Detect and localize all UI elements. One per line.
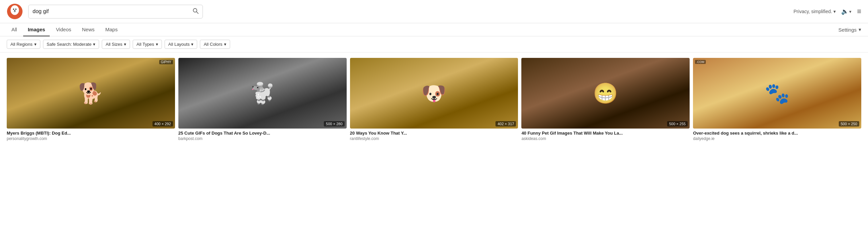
image-source-5: dailyedge.ie	[693, 136, 861, 141]
image-dims-4: 500 × 255	[667, 121, 688, 127]
nav-tabs: All Images Videos News Maps Settings ▾	[0, 23, 868, 36]
settings-button[interactable]: Settings ▾	[838, 23, 861, 36]
filter-regions[interactable]: All Regions ▾	[7, 40, 40, 49]
tab-all[interactable]: All	[7, 23, 22, 36]
filter-safesearch-arrow: ▾	[93, 42, 95, 47]
image-thumb-2: 🐩 500 × 280	[178, 58, 347, 129]
image-dims-5: 500 × 250	[839, 121, 859, 127]
image-title-5: Over-excited dog sees a squirrel, shriek…	[693, 131, 861, 136]
filter-colors[interactable]: All Colors ▾	[200, 40, 230, 49]
search-bar[interactable]: dog gif	[28, 5, 203, 19]
image-thumb-3: 🐶 402 × 317	[350, 58, 518, 129]
speaker-button[interactable]: 🔈 ▾	[841, 8, 851, 15]
search-icon[interactable]	[192, 8, 198, 16]
speaker-arrow: ▾	[849, 9, 851, 14]
logo[interactable]	[7, 3, 23, 20]
filter-bar: All Regions ▾ Safe Search: Moderate ▾ Al…	[0, 36, 868, 53]
image-thumb-1: 🐕 GIPHY 400 × 292	[7, 58, 175, 129]
privacy-text-label: Privacy, simplified.	[794, 9, 832, 14]
privacy-simplified-button[interactable]: Privacy, simplified. ▾	[794, 9, 836, 14]
filter-sizes-arrow: ▾	[124, 42, 126, 47]
tab-maps[interactable]: Maps	[100, 23, 122, 36]
filter-layouts-arrow: ▾	[191, 42, 193, 47]
icom-badge-5: .COM	[695, 60, 706, 64]
image-title-2: 25 Cute GIFs of Dogs That Are So Lovey-D…	[178, 131, 347, 136]
filter-types[interactable]: All Types ▾	[133, 40, 162, 49]
image-source-2: barkpost.com	[178, 136, 347, 141]
tab-images[interactable]: Images	[23, 23, 50, 36]
image-grid: 🐕 GIPHY 400 × 292 Myers Briggs (MBTI): D…	[0, 53, 868, 146]
filter-safesearch[interactable]: Safe Search: Moderate ▾	[43, 40, 99, 49]
settings-label: Settings	[838, 27, 857, 33]
filter-types-label: All Types	[136, 42, 154, 47]
image-card-1[interactable]: 🐕 GIPHY 400 × 292 Myers Briggs (MBTI): D…	[7, 58, 175, 141]
image-title-3: 20 Ways You Know That Y...	[350, 131, 518, 136]
filter-types-arrow: ▾	[156, 42, 158, 47]
filter-colors-arrow: ▾	[224, 42, 226, 47]
filter-layouts-label: All Layouts	[168, 42, 190, 47]
search-input[interactable]: dog gif	[33, 8, 190, 15]
image-title-1: Myers Briggs (MBTI): Dog Ed...	[7, 131, 175, 136]
svg-point-6	[16, 9, 16, 9]
filter-sizes[interactable]: All Sizes ▾	[102, 40, 130, 49]
tab-videos[interactable]: Videos	[51, 23, 76, 36]
filter-sizes-label: All Sizes	[105, 42, 122, 47]
giphy-badge-1: GIPHY	[159, 60, 173, 64]
image-source-1: personalitygrowth.com	[7, 136, 175, 141]
tab-news[interactable]: News	[77, 23, 99, 36]
header: dog gif Privacy, simplified. ▾ 🔈 ▾ ≡	[0, 0, 868, 23]
filter-regions-label: All Regions	[10, 42, 33, 47]
settings-arrow: ▾	[859, 27, 861, 33]
svg-point-5	[13, 9, 14, 9]
svg-point-7	[14, 10, 16, 11]
image-thumb-5: 🐾 .COM 500 × 250	[693, 58, 861, 129]
image-dims-1: 400 × 292	[153, 121, 173, 127]
filter-colors-label: All Colors	[204, 42, 222, 47]
filter-safesearch-label: Safe Search: Moderate	[47, 42, 92, 47]
image-thumb-4: 😁 500 × 255	[521, 58, 690, 129]
image-dims-2: 500 × 280	[324, 121, 344, 127]
image-source-3: rantlifestyle.com	[350, 136, 518, 141]
filter-regions-arrow: ▾	[34, 42, 37, 47]
image-card-5[interactable]: 🐾 .COM 500 × 250 Over-excited dog sees a…	[693, 58, 861, 141]
privacy-dropdown-arrow: ▾	[833, 9, 836, 14]
header-right: Privacy, simplified. ▾ 🔈 ▾ ≡	[794, 7, 861, 16]
image-card-2[interactable]: 🐩 500 × 280 25 Cute GIFs of Dogs That Ar…	[178, 58, 347, 141]
image-card-3[interactable]: 🐶 402 × 317 20 Ways You Know That Y... r…	[350, 58, 518, 141]
hamburger-icon: ≡	[857, 7, 861, 16]
image-title-4: 40 Funny Pet Gif Images That Will Make Y…	[521, 131, 690, 136]
image-source-4: askideas.com	[521, 136, 690, 141]
filter-layouts[interactable]: All Layouts ▾	[164, 40, 197, 49]
svg-line-9	[196, 11, 198, 13]
image-dims-3: 402 × 317	[495, 121, 516, 127]
image-card-4[interactable]: 😁 500 × 255 40 Funny Pet Gif Images That…	[521, 58, 690, 141]
svg-point-2	[11, 6, 18, 14]
speaker-icon: 🔈	[841, 8, 848, 15]
hamburger-menu-button[interactable]: ≡	[857, 7, 861, 16]
